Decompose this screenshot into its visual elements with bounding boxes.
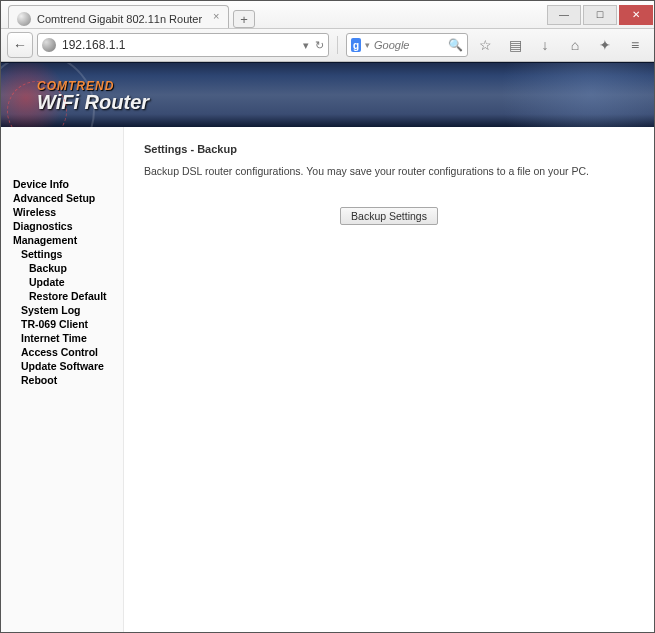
- sidebar-item-diagnostics[interactable]: Diagnostics: [1, 219, 123, 233]
- main-layout: Device Info Advanced Setup Wireless Diag…: [1, 127, 654, 632]
- bookmark-icon[interactable]: ☆: [472, 32, 498, 58]
- sidebar-item-device-info[interactable]: Device Info: [1, 177, 123, 191]
- sidebar-item-tr069-client[interactable]: TR-069 Client: [1, 317, 123, 331]
- tab-favicon: [17, 12, 31, 26]
- tab-strip: Comtrend Gigabit 802.11n Router × +: [8, 0, 255, 28]
- brand-bottom: WiFi Router: [37, 91, 149, 114]
- tab-close-icon[interactable]: ×: [210, 10, 222, 22]
- sidebar-item-system-log[interactable]: System Log: [1, 303, 123, 317]
- backup-settings-button[interactable]: Backup Settings: [340, 207, 438, 225]
- search-icon[interactable]: 🔍: [448, 38, 463, 52]
- search-input[interactable]: [374, 39, 444, 51]
- reload-icon[interactable]: ↻: [315, 39, 324, 52]
- window-minimize-button[interactable]: [547, 5, 581, 25]
- sidebar-item-internet-time[interactable]: Internet Time: [1, 331, 123, 345]
- window-titlebar: Comtrend Gigabit 802.11n Router × +: [1, 1, 654, 29]
- search-box[interactable]: g ▾ 🔍: [346, 33, 468, 57]
- content-area: Settings - Backup Backup DSL router conf…: [124, 127, 654, 632]
- browser-tab[interactable]: Comtrend Gigabit 802.11n Router ×: [8, 5, 229, 28]
- sidebar-item-access-control[interactable]: Access Control: [1, 345, 123, 359]
- toolbar-divider: [337, 36, 338, 54]
- menu-icon[interactable]: ≡: [622, 32, 648, 58]
- site-favicon: [42, 38, 56, 52]
- tab-title: Comtrend Gigabit 802.11n Router: [37, 13, 202, 25]
- new-tab-button[interactable]: +: [233, 10, 255, 28]
- url-input[interactable]: [62, 38, 303, 52]
- router-banner: COMTREND WiFi Router: [1, 62, 654, 127]
- sidebar-item-update-software[interactable]: Update Software: [1, 359, 123, 373]
- url-meta: ▾ ↻: [303, 39, 324, 52]
- sidebar-item-advanced-setup[interactable]: Advanced Setup: [1, 191, 123, 205]
- sidebar-item-reboot[interactable]: Reboot: [1, 373, 123, 387]
- sidebar-item-update[interactable]: Update: [1, 275, 123, 289]
- brand-logo: COMTREND WiFi Router: [37, 79, 149, 114]
- window-close-button[interactable]: [619, 5, 653, 25]
- search-provider-icon: g: [351, 38, 361, 52]
- downloads-icon[interactable]: ↓: [532, 32, 558, 58]
- addons-icon[interactable]: ✦: [592, 32, 618, 58]
- page-title: Settings - Backup: [144, 143, 634, 155]
- button-row: Backup Settings: [144, 207, 634, 225]
- browser-toolbar: ← ▾ ↻ g ▾ 🔍 ☆ ▤ ↓ ⌂ ✦ ≡: [1, 29, 654, 62]
- library-icon[interactable]: ▤: [502, 32, 528, 58]
- search-dropdown-icon[interactable]: ▾: [365, 40, 370, 50]
- url-bar[interactable]: ▾ ↻: [37, 33, 329, 57]
- sidebar-nav: Device Info Advanced Setup Wireless Diag…: [1, 127, 124, 632]
- sidebar-item-wireless[interactable]: Wireless: [1, 205, 123, 219]
- back-button[interactable]: ←: [7, 32, 33, 58]
- sidebar-item-management[interactable]: Management: [1, 233, 123, 247]
- page-description: Backup DSL router configurations. You ma…: [144, 165, 634, 177]
- sidebar-item-settings[interactable]: Settings: [1, 247, 123, 261]
- window-maximize-button[interactable]: [583, 5, 617, 25]
- home-icon[interactable]: ⌂: [562, 32, 588, 58]
- sidebar-item-restore-default[interactable]: Restore Default: [1, 289, 123, 303]
- dropdown-icon[interactable]: ▾: [303, 39, 309, 52]
- sidebar-item-backup[interactable]: Backup: [1, 261, 123, 275]
